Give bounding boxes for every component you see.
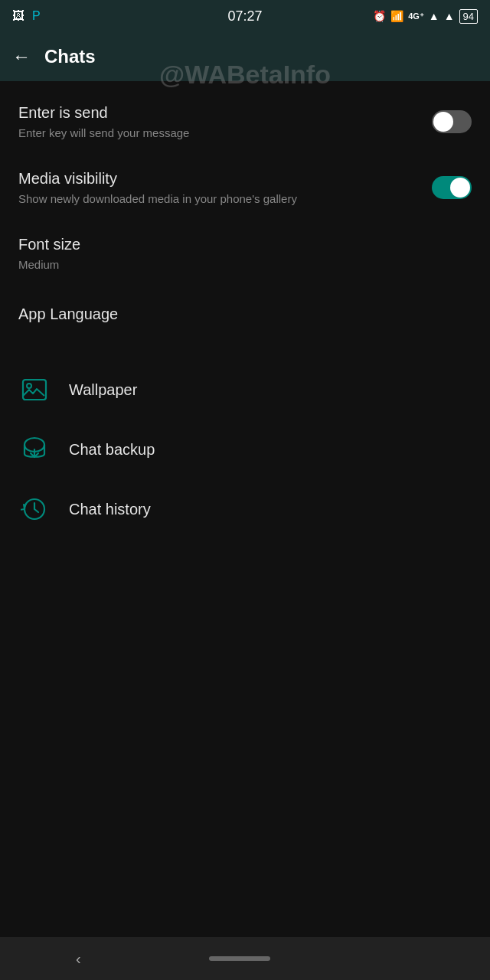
svg-point-1 — [27, 384, 31, 388]
signal2-icon: ▲ — [444, 10, 455, 22]
content-area: Enter is send Enter key will send your m… — [0, 81, 490, 937]
setting-app-language[interactable]: App Language — [0, 286, 490, 341]
enter-is-send-toggle-knob — [433, 112, 453, 132]
hotspot-icon: 📶 — [390, 10, 403, 22]
setting-font-size-value: Medium — [18, 256, 472, 273]
status-time: 07:27 — [227, 8, 262, 24]
wallpaper-label: Wallpaper — [69, 381, 137, 399]
setting-chat-history[interactable]: Chat history — [0, 479, 490, 539]
wallpaper-icon — [18, 374, 51, 406]
alarm-icon: ⏰ — [373, 10, 386, 22]
chat-backup-label: Chat backup — [69, 441, 155, 459]
toolbar: ← Chats — [0, 32, 490, 81]
setting-font-size-text: Font size Medium — [18, 234, 472, 273]
setting-media-visibility-subtitle: Show newly downloaded media in your phon… — [18, 191, 432, 207]
history-icon — [18, 493, 51, 525]
setting-media-visibility[interactable]: Media visibility Show newly downloaded m… — [0, 155, 490, 220]
enter-is-send-toggle[interactable] — [432, 110, 472, 133]
page-title: Chats — [44, 46, 96, 67]
back-button[interactable]: ← — [12, 46, 31, 67]
nav-home-pill[interactable] — [209, 956, 270, 961]
svg-rect-0 — [23, 380, 46, 400]
p-icon: P — [32, 9, 41, 23]
chat-history-label: Chat history — [69, 501, 151, 518]
status-left-icons: 🖼 P — [12, 9, 41, 23]
gallery-icon: 🖼 — [12, 9, 24, 23]
media-visibility-toggle-knob — [450, 178, 470, 198]
network-type-icon: 4G⁺ — [408, 11, 424, 21]
setting-app-language-text: App Language — [18, 304, 472, 324]
setting-app-language-title: App Language — [18, 304, 472, 324]
setting-chat-backup[interactable]: Chat backup — [0, 420, 490, 479]
setting-enter-is-send-title: Enter is send — [18, 103, 432, 122]
setting-enter-is-send-subtitle: Enter key will send your message — [18, 125, 432, 141]
setting-media-visibility-text: Media visibility Show newly downloaded m… — [18, 168, 432, 207]
media-visibility-toggle[interactable] — [432, 176, 472, 199]
setting-media-visibility-title: Media visibility — [18, 168, 432, 188]
setting-wallpaper[interactable]: Wallpaper — [0, 360, 490, 420]
section-divider — [0, 341, 490, 360]
status-bar: 🖼 P 07:27 ⏰ 📶 4G⁺ ▲ ▲ 94 — [0, 0, 490, 32]
setting-font-size-title: Font size — [18, 234, 472, 254]
backup-icon — [18, 433, 51, 466]
setting-enter-is-send[interactable]: Enter is send Enter key will send your m… — [0, 89, 490, 155]
battery-icon: 94 — [459, 9, 478, 24]
setting-enter-is-send-text: Enter is send Enter key will send your m… — [18, 103, 432, 141]
nav-back-button[interactable]: ‹ — [53, 942, 104, 975]
setting-font-size[interactable]: Font size Medium — [0, 220, 490, 286]
nav-bar: ‹ — [0, 937, 490, 980]
signal-icon: ▲ — [429, 10, 439, 22]
status-right-icons: ⏰ 📶 4G⁺ ▲ ▲ 94 — [373, 9, 478, 24]
